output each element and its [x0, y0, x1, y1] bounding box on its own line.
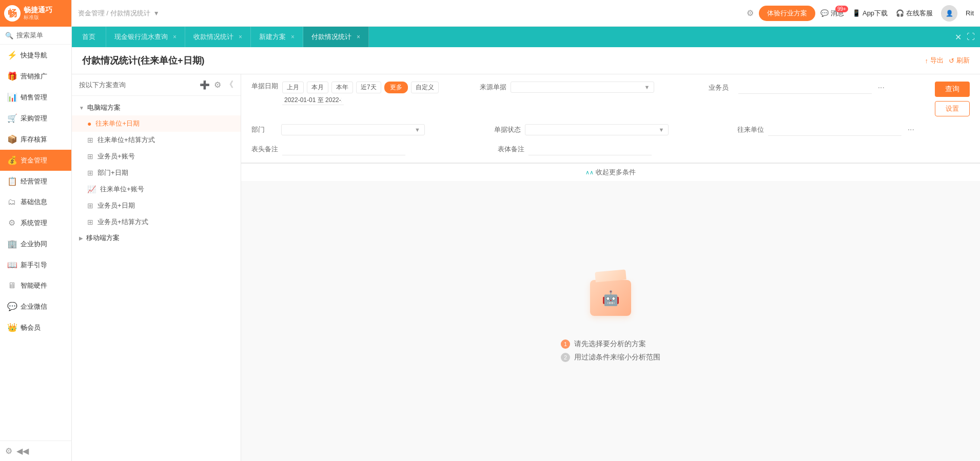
sidebar-item-capital[interactable]: 💰 资金管理	[0, 150, 71, 171]
note-header-input[interactable]	[282, 143, 405, 155]
sidebar-item-label: 快捷导航	[21, 51, 47, 60]
message-button[interactable]: 💬 消息 99+	[820, 9, 844, 18]
tab-home[interactable]: 首页	[72, 27, 106, 47]
online-service-button[interactable]: 🎧 在线客服	[896, 9, 933, 18]
staff-more-icon[interactable]: ···	[878, 83, 885, 92]
sidebar-item-hardware[interactable]: 🖥 智能硬件	[0, 275, 71, 296]
tree-item-unit-settle[interactable]: ⊞ 往来单位+结算方式	[72, 132, 241, 148]
tree-item-dept-date[interactable]: ⊞ 部门+日期	[72, 165, 241, 181]
sidebar-item-basic-info[interactable]: 🗂 基础信息	[0, 192, 71, 212]
app-download-button[interactable]: 📱 App下载	[852, 9, 888, 18]
sidebar-footer: ⚙ ◀◀	[0, 440, 71, 461]
sidebar-item-label: 系统管理	[21, 218, 47, 228]
tab-receive-stats[interactable]: 收款情况统计 ×	[185, 27, 251, 47]
refresh-button[interactable]: ↺ 刷新	[949, 56, 970, 65]
sidebar-item-guide[interactable]: 📖 新手引导	[0, 254, 71, 275]
left-panel-icons: ➕ ⚙ 《	[200, 79, 233, 90]
tab-receive-stats-close[interactable]: ×	[239, 33, 242, 41]
date-btn-custom[interactable]: 自定义	[411, 82, 439, 93]
tabbar: 首页 现金银行流水查询 × 收款情况统计 × 新建方案 × 付款情况统计 × ✕…	[72, 27, 980, 47]
tab-new-plan-close[interactable]: ×	[291, 33, 295, 41]
unit-more-icon[interactable]: ···	[908, 125, 914, 134]
service-label: 在线客服	[906, 9, 933, 18]
search-menu[interactable]: 🔍 搜索菜单	[0, 27, 71, 45]
dept-select[interactable]: ▼	[281, 124, 425, 135]
mobile-group-header[interactable]: ▶ 移动端方案	[72, 230, 241, 246]
date-btn-more[interactable]: 更多	[384, 82, 408, 93]
tab-receive-stats-label: 收款情况统计	[193, 32, 233, 42]
refresh-icon: ↺	[949, 57, 954, 65]
message-icon: 💬	[820, 9, 829, 17]
empty-hints: 1 请先选择要分析的方案 2 用过滤条件来缩小分析范围	[561, 339, 660, 362]
doc-status-select[interactable]: ▼	[525, 124, 669, 135]
logo-icon: 畅	[4, 5, 21, 22]
note-body-input[interactable]	[528, 143, 652, 155]
settings-footer-icon[interactable]: ⚙	[5, 446, 12, 456]
tree-item-staff-date[interactable]: ⊞ 业务员+日期	[72, 197, 241, 214]
collapse-sidebar-icon[interactable]: ◀◀	[16, 446, 29, 456]
tab-pay-stats[interactable]: 付款情况统计 ×	[303, 27, 369, 47]
add-plan-icon[interactable]: ➕	[200, 80, 210, 90]
tree-item-unit-date[interactable]: ● 往来单位+日期	[72, 115, 241, 132]
unit-input[interactable]	[768, 124, 901, 136]
app-label: App下载	[863, 9, 888, 18]
hardware-icon: 🖥	[7, 281, 16, 290]
sidebar-item-vip[interactable]: 👑 畅会员	[0, 317, 71, 338]
sidebar-item-inventory[interactable]: 📦 库存核算	[0, 129, 71, 150]
date-range-input[interactable]	[282, 95, 344, 105]
staff-date-icon: ⊞	[87, 202, 93, 210]
robot-icon: 🤖	[602, 290, 620, 307]
sidebar-item-quick-nav[interactable]: ⚡ 快捷导航	[0, 45, 71, 66]
sidebar-item-operations[interactable]: 📋 经营管理	[0, 171, 71, 192]
settings-plan-icon[interactable]: ⚙	[214, 80, 221, 90]
staff-input[interactable]	[738, 82, 872, 94]
left-panel-header: 按以下方案查询 ➕ ⚙ 《	[72, 74, 241, 96]
tree-item-staff-settle[interactable]: ⊞ 业务员+结算方式	[72, 214, 241, 230]
settings-button[interactable]: 设置	[935, 101, 970, 116]
sidebar-item-system[interactable]: ⚙ 系统管理	[0, 212, 71, 233]
sidebar-item-label: 畅会员	[21, 323, 41, 332]
tab-pay-stats-close[interactable]: ×	[357, 33, 360, 41]
guide-icon: 📖	[7, 260, 16, 270]
mobile-group-label: 移动端方案	[86, 233, 120, 243]
hint-text-2: 用过滤条件来缩小分析范围	[574, 353, 660, 362]
collapse-filter-button[interactable]: ∧∧ 收起更多条件	[241, 163, 980, 181]
tab-expand-icon[interactable]: ⛶	[967, 32, 975, 42]
doc-status-dropdown-icon: ▼	[658, 127, 664, 133]
date-btn-this-year[interactable]: 本年	[331, 82, 353, 93]
settings-icon[interactable]: ⚙	[747, 8, 754, 18]
sidebar-item-enterprise[interactable]: 🏢 企业协同	[0, 233, 71, 254]
left-panel: 按以下方案查询 ➕ ⚙ 《 ▼ 电脑端方案 ● 往来单位+日期	[72, 74, 241, 461]
sidebar-item-sales[interactable]: 📊 销售管理	[0, 87, 71, 108]
date-btn-7days[interactable]: 近7天	[356, 82, 381, 93]
hint-num-2: 2	[561, 353, 570, 362]
tab-close-all-icon[interactable]: ✕	[955, 32, 962, 42]
query-button[interactable]: 查询	[935, 82, 970, 97]
sidebar-item-label: 智能硬件	[21, 281, 47, 290]
export-label: 导出	[930, 56, 944, 65]
collapse-panel-icon[interactable]: 《	[225, 79, 233, 90]
desktop-group-header[interactable]: ▼ 电脑端方案	[72, 100, 241, 115]
source-select[interactable]: ▼	[511, 82, 654, 93]
tab-new-plan[interactable]: 新建方案 ×	[251, 27, 303, 47]
tree-item-label: 往来单位+结算方式	[97, 135, 155, 145]
message-badge: 99+	[835, 6, 848, 12]
tree-item-label: 业务员+日期	[97, 201, 135, 210]
export-button[interactable]: ↑ 导出	[925, 56, 944, 65]
empty-hint-1: 1 请先选择要分析的方案	[561, 339, 660, 349]
tree-item-unit-account[interactable]: 📈 往来单位+账号	[72, 181, 241, 197]
tab-cash-flow[interactable]: 现金银行流水查询 ×	[106, 27, 185, 47]
sidebar-item-marketing[interactable]: 🎁 营销推广	[0, 66, 71, 87]
sidebar-item-purchase[interactable]: 🛒 采购管理	[0, 108, 71, 129]
user-avatar[interactable]: 👤	[941, 5, 957, 22]
tree-item-staff-account[interactable]: ⊞ 业务员+账号	[72, 148, 241, 165]
left-panel-title: 按以下方案查询	[79, 81, 126, 90]
tab-cash-flow-close[interactable]: ×	[173, 33, 177, 41]
trial-button[interactable]: 体验行业方案	[759, 6, 815, 21]
sidebar-item-label: 经营管理	[21, 177, 47, 186]
date-btn-last-month[interactable]: 上月	[282, 82, 304, 93]
empty-box-icon: 🤖	[590, 280, 631, 316]
date-btn-this-month[interactable]: 本月	[307, 82, 328, 93]
breadcrumb-dropdown-icon[interactable]: ▼	[153, 10, 160, 17]
sidebar-item-wechat[interactable]: 💬 企业微信	[0, 296, 71, 317]
